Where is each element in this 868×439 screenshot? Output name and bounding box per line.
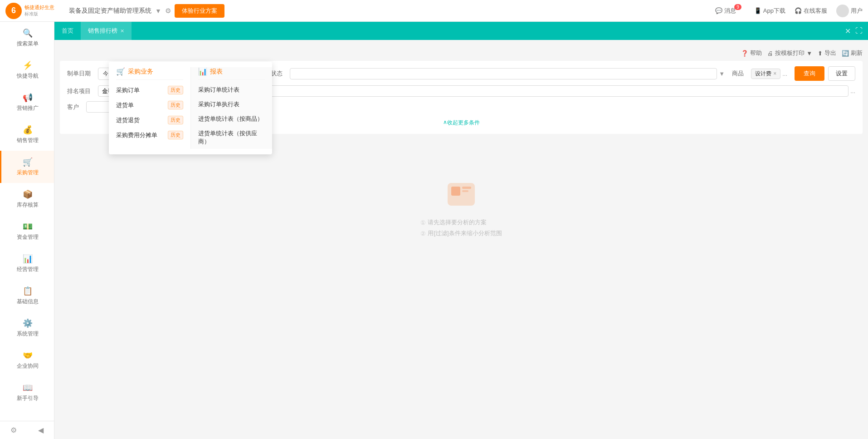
online-service-btn[interactable]: 🎧 在线客服 — [795, 7, 827, 15]
menu-item-purchase-expense[interactable]: 采购费用分摊单 历史 — [116, 128, 183, 143]
sidebar-item-guide[interactable]: 📖 新手引导 — [0, 376, 54, 409]
goods-label: 商品 — [732, 69, 744, 78]
goods-tag-close[interactable]: × — [773, 70, 776, 77]
sidebar-item-finance[interactable]: 💵 资金管理 — [0, 215, 54, 247]
purchase-icon: 🛒 — [23, 157, 33, 167]
incoming-history[interactable]: 历史 — [168, 101, 183, 109]
system-title-text: 装备及固定资产辅助管理系统 — [69, 7, 151, 15]
report1-label: 采购订单统计表 — [198, 86, 239, 94]
svg-rect-3 — [462, 190, 468, 192]
empty-tip-1: ① 请先选择要分析的方案 — [420, 218, 502, 227]
tab-expand-action[interactable]: ⛶ — [855, 27, 863, 35]
filter-actions: 查询 设置 — [795, 66, 855, 81]
settings-icon[interactable]: ⚙ — [165, 7, 171, 15]
print-dropdown-icon: ▼ — [806, 50, 812, 57]
service-label: 在线客服 — [804, 7, 827, 15]
settings-btn[interactable]: 设置 — [828, 66, 855, 81]
menu-item-report-2[interactable]: 采购订单执行表 — [198, 97, 265, 112]
tip1-bullet: ① — [420, 219, 426, 226]
sidebar-label-sales: 销售管理 — [17, 137, 39, 144]
status-chevron: ▼ — [719, 70, 725, 77]
tab-sales-rank[interactable]: 销售排行榜 ✕ — [81, 22, 132, 40]
rank-label: 排名项目 — [67, 87, 91, 95]
tab-bar: 首页 销售排行榜 ✕ ✕ ⛶ — [54, 22, 868, 40]
menu-item-report-4[interactable]: 进货单统计表（按供应商） — [198, 126, 265, 149]
sidebar-item-operation[interactable]: 📊 经营管理 — [0, 247, 54, 280]
empty-illustration — [439, 174, 484, 215]
sidebar-label-inventory: 库存核算 — [17, 201, 39, 209]
guide-icon: 📖 — [23, 383, 33, 393]
industry-btn[interactable]: 体验行业方案 — [175, 4, 224, 18]
purchase-expense-history[interactable]: 历史 — [168, 131, 183, 139]
help-btn[interactable]: ❓ 帮助 — [741, 49, 762, 57]
sidebar-item-search[interactable]: 🔍 搜索菜单 — [0, 22, 54, 54]
finance-icon: 💵 — [23, 222, 33, 232]
salesman-input[interactable] — [221, 85, 848, 97]
purchase-order-history[interactable]: 历史 — [168, 86, 183, 94]
user-btn[interactable]: 用户 — [836, 5, 863, 17]
incoming-return-history[interactable]: 历史 — [168, 116, 183, 124]
purchase-title-text: 采购业务 — [128, 68, 153, 76]
report4-label: 进货单统计表（按供应商） — [198, 129, 265, 146]
app-download-btn[interactable]: 📱 App下载 — [754, 7, 785, 15]
popup-report-title: 📊 报表 — [198, 67, 265, 80]
sidebar-item-inventory[interactable]: 📦 库存核算 — [0, 183, 54, 215]
search-icon: 🔍 — [23, 28, 33, 38]
settings-bottom-btn[interactable]: ⚙ — [10, 426, 17, 434]
date-label: 制单日期 — [67, 69, 91, 78]
export-btn[interactable]: ⬆ 导出 — [818, 49, 836, 57]
sidebar-bottom: ⚙ ◀ — [0, 421, 54, 439]
menu-item-report-3[interactable]: 进货单统计表（按商品） — [198, 112, 265, 126]
tab-close-icon[interactable]: ✕ — [120, 28, 124, 34]
popup-menu-cols: 🛒 采购业务 采购订单 历史 进货单 历史 进货退货 历史 — [109, 67, 272, 149]
title-dropdown-icon[interactable]: ▼ — [155, 7, 161, 15]
empty-state: ① 请先选择要分析的方案 ② 用[过滤]条件来缩小分析范围 — [60, 138, 863, 274]
empty-tip-2: ② 用[过滤]条件来缩小分析范围 — [420, 229, 502, 237]
sidebar-label-system: 系统管理 — [17, 330, 39, 338]
app-label: App下载 — [763, 7, 785, 15]
svg-rect-2 — [462, 187, 471, 189]
tip2-text: 用[过滤]条件来缩小分析范围 — [428, 229, 502, 237]
logo-label: 标准版 — [24, 11, 54, 17]
refresh-btn[interactable]: 🔄 刷新 — [842, 49, 863, 57]
sidebar-item-nav[interactable]: ⚡ 快捷导航 — [0, 54, 54, 86]
goods-tag: 设计费 × — [751, 69, 780, 79]
print-btn[interactable]: 🖨 按模板打印 ▼ — [767, 49, 812, 57]
goods-tag-text: 设计费 — [755, 70, 771, 78]
tab-home[interactable]: 首页 — [54, 22, 81, 40]
help-label: 帮助 — [750, 49, 762, 57]
status-input[interactable] — [290, 68, 717, 79]
phone-icon: 📱 — [754, 7, 761, 14]
menu-item-report-1[interactable]: 采购订单统计表 — [198, 83, 265, 97]
query-btn[interactable]: 查询 — [795, 66, 824, 81]
top-bar: 6 畅捷通好生意 标准版 装备及固定资产辅助管理系统 ▼ ⚙ 体验行业方案 💬 … — [0, 0, 868, 22]
menu-item-purchase-order[interactable]: 采购订单 历史 — [116, 83, 183, 98]
toolbar: ❓ 帮助 🖨 按模板打印 ▼ ⬆ 导出 🔄 刷新 — [60, 45, 863, 61]
menu-item-incoming[interactable]: 进货单 历史 — [116, 98, 183, 113]
sidebar-item-marketing[interactable]: 📢 营销推广 — [0, 86, 54, 118]
logo-icon: 6 — [5, 3, 22, 19]
sidebar-label-enterprise: 企业协同 — [17, 362, 39, 370]
sales-icon: 💰 — [23, 125, 33, 135]
tab-bar-actions: ✕ ⛶ — [845, 27, 868, 35]
sidebar-item-system[interactable]: ⚙️ 系统管理 — [0, 312, 54, 344]
sidebar-label-search: 搜索菜单 — [17, 40, 39, 48]
sidebar-label-nav: 快捷导航 — [17, 72, 39, 80]
goods-more[interactable]: ... — [782, 70, 787, 77]
layout: 🔍 搜索菜单 ⚡ 快捷导航 📢 营销推广 💰 销售管理 🛒 采购管理 📦 库存核… — [0, 22, 868, 439]
tab-close-action[interactable]: ✕ — [845, 27, 851, 35]
sidebar-item-base[interactable]: 📋 基础信息 — [0, 280, 54, 312]
salesman-more[interactable]: ... — [850, 88, 855, 94]
sidebar-label-guide: 新手引导 — [17, 395, 39, 402]
sidebar-item-purchase[interactable]: 🛒 采购管理 — [0, 151, 54, 183]
message-btn[interactable]: 💬 消息 9 — [715, 7, 745, 15]
sidebar-item-enterprise[interactable]: 🤝 企业协同 — [0, 344, 54, 376]
menu-item-incoming-return[interactable]: 进货退货 历史 — [116, 113, 183, 128]
collapse-sidebar-btn[interactable]: ◀ — [38, 426, 44, 434]
logo-text: 畅捷通好生意 — [24, 4, 54, 10]
purchase-expense-label: 采购费用分摊单 — [116, 131, 157, 139]
sidebar-item-sales[interactable]: 💰 销售管理 — [0, 118, 54, 151]
salesman-selector: ... — [221, 85, 855, 97]
help-icon: ❓ — [741, 50, 748, 57]
report2-label: 采购订单执行表 — [198, 100, 239, 109]
